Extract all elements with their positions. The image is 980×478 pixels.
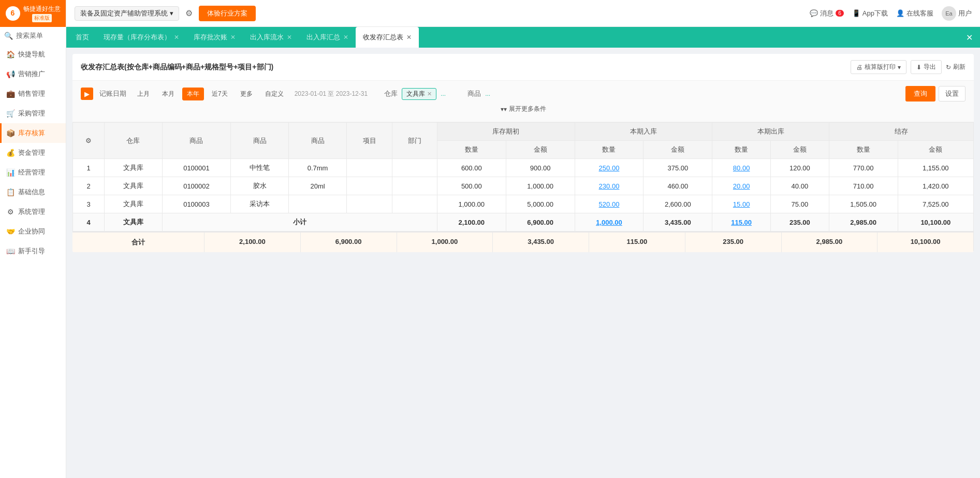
tabs-close-all[interactable]: ✕ — [961, 33, 978, 42]
tab-close-icon[interactable]: ✕ — [343, 34, 348, 41]
col-balance-header: 结存 — [829, 123, 973, 141]
sidebar-item-label: 新手引导 — [18, 247, 45, 256]
settings-button[interactable]: 设置 — [939, 86, 966, 102]
tab-inventory-batch[interactable]: 库存批次账 ✕ — [186, 27, 243, 48]
system-selector[interactable]: 装备及固定资产辅助管理系统 ▾ — [75, 6, 179, 21]
sidebar-item-kucun[interactable]: 📦 库存核算 — [0, 123, 66, 143]
export-btn[interactable]: ⬇ 导出 — [911, 60, 942, 74]
sidebar-item-yingxiao[interactable]: 📢 营销推广 — [0, 64, 66, 84]
row-spec: 20ml — [288, 177, 347, 195]
refresh-label: 刷新 — [953, 63, 966, 71]
footer-open-amt: 6,900.00 — [301, 233, 397, 252]
col-spec-header: 商品 — [288, 123, 347, 159]
date-btn-last-month[interactable]: 上月 — [133, 88, 154, 100]
logo-tag: 标准版 — [32, 14, 52, 22]
tab-label: 出入库汇总 — [306, 33, 340, 42]
tab-inout-summary[interactable]: 出入库汇总 ✕ — [299, 27, 356, 48]
date-btn-7days[interactable]: 近7天 — [207, 88, 232, 100]
row-code: 0100002 — [162, 177, 231, 195]
gear-settings-icon[interactable]: ⚙ — [185, 8, 193, 18]
expand-label: 展开更多条件 — [509, 105, 546, 113]
commodity-more[interactable]: ... — [485, 90, 490, 97]
row-out-amt: 120.00 — [771, 159, 829, 177]
query-button[interactable]: 查询 — [905, 86, 935, 102]
row-out-qty[interactable]: 20.00 — [712, 177, 771, 195]
tab-inout-flow[interactable]: 出入库流水 ✕ — [243, 27, 299, 48]
user-btn[interactable]: Ea 用户 — [942, 6, 972, 21]
sidebar-item-kuaijie[interactable]: 🏠 快捷导航 — [0, 45, 66, 64]
refresh-icon: ↻ — [946, 64, 951, 71]
nav-icon: 🛒 — [6, 109, 15, 118]
tab-close-icon[interactable]: ✕ — [230, 34, 236, 41]
row-name: 中性笔 — [231, 159, 288, 177]
message-icon: 💬 — [810, 9, 818, 17]
nav-icon: 💰 — [6, 148, 15, 157]
sidebar-item-caigou[interactable]: 🛒 采购管理 — [0, 104, 66, 123]
top-header: 装备及固定资产辅助管理系统 ▾ ⚙ 体验行业方案 💬 消息 6 📱 App下载 … — [66, 0, 980, 27]
bal-amt-header: 金额 — [898, 141, 973, 159]
row-out-qty[interactable]: 80.00 — [712, 159, 771, 177]
row-in-qty[interactable]: 230.00 — [575, 177, 643, 195]
filter-toggle[interactable]: ▶ — [81, 88, 93, 100]
nav-icon: 📊 — [6, 168, 15, 177]
row-out-amt: 40.00 — [771, 177, 829, 195]
row-out-qty[interactable]: 15.00 — [712, 195, 771, 213]
warehouse-tag-close[interactable]: ✕ — [427, 91, 432, 97]
col-code-header: 商品 — [162, 123, 231, 159]
row-in-qty[interactable]: 520.00 — [575, 195, 643, 213]
refresh-btn[interactable]: ↻ 刷新 — [946, 63, 966, 71]
subtotal-in-qty[interactable]: 1,000.00 — [575, 213, 643, 231]
sidebar-item-qiye[interactable]: 🤝 企业协同 — [0, 222, 66, 241]
open-qty-header: 数量 — [437, 141, 506, 159]
sidebar-search[interactable]: 🔍 搜索菜单 — [0, 27, 66, 45]
warehouse-more[interactable]: ... — [441, 90, 446, 97]
logo-icon: 6 — [6, 6, 20, 21]
subtotal-open-amt: 6,900.00 — [506, 213, 575, 231]
subtotal-bal-amt: 10,100.00 — [898, 213, 973, 231]
expand-icon: ▾▾ — [501, 106, 507, 113]
tab-close-icon[interactable]: ✕ — [287, 34, 292, 41]
col-settings-header[interactable]: ⚙ — [73, 123, 105, 159]
tab-close-icon[interactable]: ✕ — [406, 34, 412, 41]
sidebar-item-xitong[interactable]: ⚙ 系统管理 — [0, 202, 66, 222]
online-service-btn[interactable]: 👤 在线客服 — [896, 9, 933, 18]
footer-numbers: 2,100.00 6,900.00 1,000.00 3,435.00 115.… — [204, 233, 974, 252]
messages-btn[interactable]: 💬 消息 6 — [810, 9, 844, 18]
tab-close-icon[interactable]: ✕ — [174, 34, 179, 41]
table-footer: 合计 2,100.00 6,900.00 1,000.00 3,435.00 1… — [72, 231, 974, 252]
row-in-amt: 375.00 — [643, 159, 712, 177]
sidebar-item-jingying[interactable]: 📊 经营管理 — [0, 163, 66, 182]
filter-area: ▶ 记账日期 上月 本月 本年 近7天 更多 自定义 2023-01-01 至 … — [72, 81, 974, 122]
sidebar-item-xinshou[interactable]: 📖 新手引导 — [0, 241, 66, 261]
expand-button[interactable]: ▾▾ 展开更多条件 — [501, 105, 546, 113]
trial-button[interactable]: 体验行业方案 — [199, 6, 256, 21]
date-btn-more[interactable]: 更多 — [236, 88, 257, 100]
tab-label: 收发存汇总表 — [363, 33, 403, 42]
tab-home[interactable]: 首页 — [68, 27, 96, 48]
nav-icon: 📋 — [6, 187, 15, 197]
sidebar-item-xiaoshou[interactable]: 💼 销售管理 — [0, 84, 66, 104]
subtotal-out-qty[interactable]: 115.00 — [712, 213, 771, 231]
row-name: 胶水 — [231, 177, 288, 195]
tab-receive-send-summary[interactable]: 收发存汇总表 ✕ — [356, 27, 419, 48]
sidebar-item-zijin[interactable]: 💰 资金管理 — [0, 143, 66, 163]
app-download-btn[interactable]: 📱 App下载 — [852, 9, 888, 18]
date-btn-this-month[interactable]: 本月 — [157, 88, 179, 100]
row-spec — [288, 195, 347, 213]
warehouse-filter: 仓库 文具库 ✕ ... — [384, 88, 446, 100]
nav-icon: 📦 — [6, 128, 15, 138]
tab-label: 现存量（库存分布表） — [104, 33, 171, 42]
row-in-qty[interactable]: 250.00 — [575, 159, 643, 177]
footer-in-qty: 1,000.00 — [397, 233, 493, 252]
sidebar-item-label: 经营管理 — [18, 168, 45, 177]
row-code: 0100001 — [162, 159, 231, 177]
print-btn[interactable]: 🖨 核算版打印 ▾ — [851, 60, 906, 74]
date-btn-this-year[interactable]: 本年 — [182, 88, 204, 100]
date-btn-custom[interactable]: 自定义 — [260, 88, 288, 100]
commodity-filter: 商品 ... — [467, 89, 490, 98]
sidebar-item-jichu[interactable]: 📋 基础信息 — [0, 182, 66, 202]
top-header-left: 装备及固定资产辅助管理系统 ▾ ⚙ 体验行业方案 — [75, 6, 256, 21]
row-dept — [392, 177, 437, 195]
tab-inventory-dist[interactable]: 现存量（库存分布表） ✕ — [96, 27, 186, 48]
footer-out-amt: 235.00 — [685, 233, 782, 252]
